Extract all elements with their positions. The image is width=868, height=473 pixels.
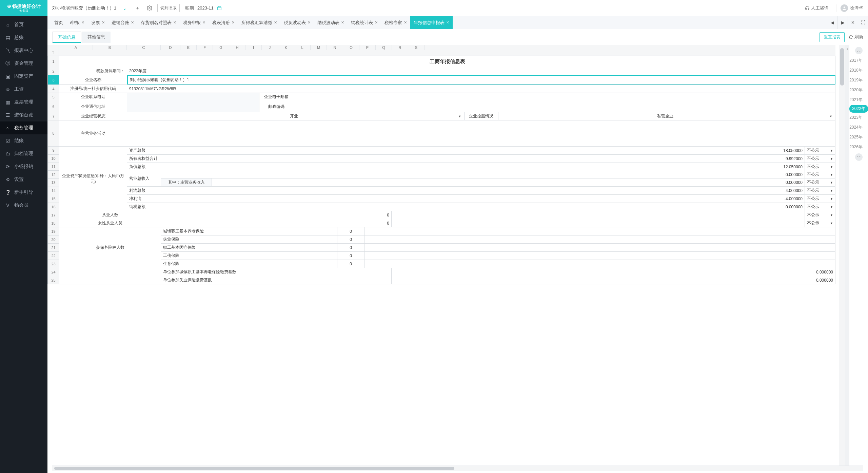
- zip-input[interactable]: [293, 101, 835, 112]
- sidebar-item[interactable]: 🗀归档管理: [0, 147, 47, 160]
- year-item[interactable]: 2018年: [849, 65, 868, 75]
- fin-pub-select[interactable]: 不公示▼: [805, 171, 835, 178]
- close-icon[interactable]: ✕: [232, 20, 235, 25]
- subtab[interactable]: 其他信息: [82, 32, 111, 43]
- col-header[interactable]: H: [229, 45, 245, 50]
- emp-pub-select[interactable]: 不公示▼: [805, 211, 835, 219]
- row-header[interactable]: 25: [48, 276, 59, 284]
- collapse-right-icon[interactable]: ◂: [845, 45, 849, 466]
- row-header[interactable]: 9: [48, 147, 59, 155]
- col-header[interactable]: C: [127, 45, 161, 50]
- col-header[interactable]: P: [359, 45, 376, 50]
- ins-value[interactable]: 0: [337, 244, 364, 251]
- consult-button[interactable]: 人工咨询: [805, 5, 829, 11]
- fin-value[interactable]: 12.050000: [161, 163, 805, 171]
- status-select[interactable]: 开业▼: [127, 112, 465, 120]
- tabs-fullscreen-icon[interactable]: ⛶: [858, 16, 868, 29]
- base-value[interactable]: 0.000000: [392, 268, 835, 276]
- subtab[interactable]: 基础信息: [52, 32, 81, 43]
- tab[interactable]: 进销台账✕: [108, 16, 137, 29]
- col-header[interactable]: S: [408, 45, 425, 50]
- close-icon[interactable]: ✕: [274, 20, 277, 25]
- year-item[interactable]: 2024年: [849, 122, 868, 132]
- sidebar-item[interactable]: Ⓒ资金管理: [0, 57, 47, 70]
- email-input[interactable]: [293, 93, 835, 101]
- close-icon[interactable]: ✕: [404, 20, 407, 25]
- year-item[interactable]: 2021年: [849, 95, 868, 105]
- close-icon[interactable]: ✕: [173, 20, 176, 25]
- tabs-close-all-icon[interactable]: ✕: [848, 16, 858, 29]
- close-icon[interactable]: ✕: [202, 20, 205, 25]
- ins-value[interactable]: 0: [337, 227, 364, 235]
- year-item[interactable]: 2017年: [849, 56, 868, 65]
- row-header[interactable]: 12: [48, 171, 59, 179]
- sidebar-item[interactable]: V畅会员: [0, 199, 47, 212]
- ins-value[interactable]: 0: [337, 235, 364, 243]
- tabs-next-icon[interactable]: ▶: [837, 16, 848, 29]
- close-icon[interactable]: ✕: [81, 20, 84, 25]
- row-header[interactable]: 24: [48, 268, 59, 276]
- fin-value[interactable]: -4.000000: [161, 187, 805, 194]
- tab[interactable]: 税检专家✕: [381, 16, 410, 29]
- female-value[interactable]: 0: [161, 219, 392, 227]
- year-item[interactable]: 2019年: [849, 75, 868, 85]
- close-icon[interactable]: ✕: [446, 20, 449, 25]
- tab[interactable]: 纳税统计表✕: [348, 16, 381, 29]
- row-header[interactable]: 5: [48, 93, 59, 101]
- fin-pub-select[interactable]: 不公示▼: [805, 147, 835, 154]
- col-header[interactable]: T: [47, 50, 59, 56]
- add-icon[interactable]: ＋: [133, 4, 142, 13]
- vertical-scrollbar[interactable]: [839, 45, 845, 466]
- spreadsheet[interactable]: ABCDEFGHIJKLMNOPQRST 1 工商年报信息表 2 税款所属期间：…: [47, 45, 839, 466]
- addr-input[interactable]: [127, 101, 259, 112]
- tabs-prev-icon[interactable]: ◀: [827, 16, 837, 29]
- reg-value[interactable]: 91320811MA7NGR2W6R: [127, 85, 835, 93]
- tab[interactable]: 所得税汇算清缴✕: [238, 16, 280, 29]
- tab[interactable]: 税表清册✕: [209, 16, 238, 29]
- base-value[interactable]: 0.000000: [392, 276, 835, 284]
- row-header[interactable]: 22: [48, 252, 59, 260]
- sidebar-item[interactable]: ⌂首页: [0, 18, 47, 31]
- row-header[interactable]: 18: [48, 219, 59, 227]
- sidebar-item[interactable]: ⌯工资: [0, 83, 47, 96]
- fin-pub-select[interactable]: 不公示▼: [805, 187, 835, 194]
- sidebar-item[interactable]: ▦发票管理: [0, 96, 47, 109]
- refresh-button[interactable]: 刷新: [849, 34, 863, 40]
- fin-value[interactable]: 0.000000: [161, 171, 805, 178]
- fin-value[interactable]: -4.000000: [161, 195, 805, 203]
- phone-input[interactable]: [127, 93, 259, 101]
- company-input[interactable]: 刘小艳演示账套（勿删勿动！）1: [127, 75, 835, 84]
- fin-pub-select[interactable]: 不公示▼: [805, 163, 835, 171]
- fin-sub-value[interactable]: 0.000000: [212, 178, 805, 186]
- row-header[interactable]: 8: [48, 120, 59, 146]
- col-header[interactable]: M: [311, 45, 327, 50]
- col-header[interactable]: G: [213, 45, 229, 50]
- sidebar-item[interactable]: ▤总账: [0, 31, 47, 44]
- col-header[interactable]: E: [180, 45, 197, 50]
- fin-value[interactable]: 18.050000: [161, 147, 805, 154]
- sidebar-item[interactable]: ☰进销台账: [0, 109, 47, 121]
- row-header[interactable]: 10: [48, 155, 59, 163]
- tab[interactable]: 首页: [51, 16, 66, 29]
- close-icon[interactable]: ✕: [308, 20, 311, 25]
- col-header[interactable]: J: [262, 45, 278, 50]
- fin-pub-select[interactable]: 不公示▼: [805, 178, 835, 186]
- ins-value[interactable]: 0: [337, 252, 364, 260]
- sidebar-item[interactable]: 〽报表中心: [0, 44, 47, 57]
- tab[interactable]: 税务申报✕: [180, 16, 209, 29]
- row-header[interactable]: 7: [48, 112, 59, 120]
- female-pub-select[interactable]: 不公示▼: [805, 219, 835, 227]
- fin-pub-select[interactable]: 不公示▼: [805, 195, 835, 203]
- row-header[interactable]: 23: [48, 260, 59, 268]
- year-item[interactable]: 2022年: [849, 105, 868, 113]
- row-header[interactable]: 21: [48, 244, 59, 252]
- close-icon[interactable]: ✕: [131, 20, 134, 25]
- col-header[interactable]: F: [197, 45, 213, 50]
- col-header[interactable]: D: [161, 45, 180, 50]
- row-header[interactable]: 15: [48, 195, 59, 203]
- year-item[interactable]: 2023年: [849, 113, 868, 122]
- row-header[interactable]: 4: [48, 85, 59, 93]
- sidebar-item[interactable]: ⟳小畅报销: [0, 160, 47, 173]
- year-item[interactable]: 2025年: [849, 132, 868, 142]
- sidebar-item[interactable]: ⛬税务管理: [0, 121, 47, 134]
